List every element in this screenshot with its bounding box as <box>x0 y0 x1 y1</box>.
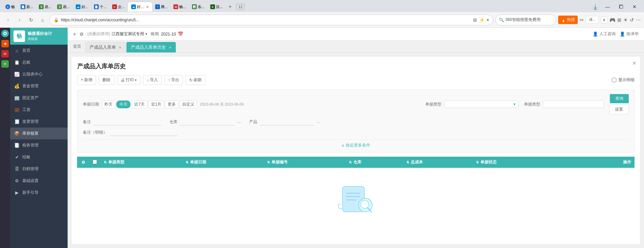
col-warehouse[interactable]: ⇅ 仓库 <box>345 157 403 168</box>
add-button-topbar[interactable]: + <box>73 31 76 37</box>
tab-10[interactable]: M 畅... <box>171 2 189 12</box>
hot-search-btn[interactable]: 🔥 热搜 <box>558 16 578 24</box>
display-toggle[interactable]: 显示明细 <box>612 77 635 83</box>
type-col-sort-icon: ⇅ <box>104 160 106 164</box>
tab-8-active[interactable]: ☁ 好... ✕ <box>128 2 152 12</box>
note-detail-input[interactable] <box>110 129 177 136</box>
more-btn[interactable]: 更多 <box>165 100 178 108</box>
tab-history-page[interactable]: 产成品入库单历史 ✕ <box>126 42 176 52</box>
sidebar-icon-3[interactable]: W <box>1 50 9 58</box>
calendar-icon[interactable]: 📅 <box>178 31 183 37</box>
print-btn[interactable]: 🖨 打印 ▾ <box>117 75 140 85</box>
settings-icon[interactable]: ⋯ <box>636 17 641 23</box>
translate-btn[interactable]: 译... <box>586 16 599 24</box>
col-type[interactable]: ⇅ 单据类型 <box>100 157 182 168</box>
sidebar-item-archive[interactable]: 🗄 归档管理 <box>10 163 68 175</box>
grid-icon[interactable]: ⊞ <box>617 17 621 23</box>
col-number[interactable]: ⇅ 单据编号 <box>264 157 345 168</box>
warehouse-more-icon[interactable]: ··· <box>237 119 241 125</box>
sidebar-item-report[interactable]: 📈 云报表中心 <box>10 68 68 80</box>
search-bar[interactable]: 🔍 360智能抠图免费用 <box>495 15 556 25</box>
note-input[interactable] <box>94 118 161 126</box>
new-tab-button[interactable]: + <box>226 2 234 12</box>
minimize-button[interactable]: — <box>601 2 614 12</box>
warehouse-input[interactable] <box>180 118 234 126</box>
maximize-button[interactable]: ⧠ <box>614 2 628 12</box>
collapse-btn[interactable]: ∧ 收起更多条件 <box>341 142 370 148</box>
scissors-icon[interactable]: ✂ <box>580 17 584 23</box>
tab-history-close[interactable]: ✕ <box>169 46 171 49</box>
col-status[interactable]: ⇅ 单据状态 <box>473 157 554 168</box>
sidebar-icon-2[interactable]: ★ <box>1 40 9 47</box>
tab-list-close[interactable]: ✕ <box>119 46 121 49</box>
yuan-btn[interactable]: ¥ <box>601 17 607 23</box>
settings-topbar-icon[interactable]: ⚙ <box>79 31 84 37</box>
sidebar-item-checkout[interactable]: ✔ 结账 <box>10 151 68 163</box>
month1-btn[interactable]: 近1月 <box>148 100 164 108</box>
refresh-btn[interactable]: ↻ 刷新 <box>186 75 206 85</box>
tab-5[interactable]: ☁ 好... <box>73 2 91 12</box>
page-tab-list[interactable]: 产成品入库单 ✕ 产成品入库单历史 ✕ <box>85 41 176 52</box>
tab-11[interactable]: 📊 各... <box>189 2 207 12</box>
col-gear[interactable]: ⚙ <box>77 157 89 168</box>
add-btn[interactable]: + 新增 <box>77 75 96 85</box>
sidebar-item-fund[interactable]: 💰 资金管理 <box>10 80 68 92</box>
select-all-checkbox[interactable] <box>93 160 97 164</box>
week7-btn[interactable]: 近7天 <box>132 100 147 108</box>
product-input[interactable] <box>260 118 314 126</box>
panel-close-btn[interactable]: ✕ <box>632 60 637 66</box>
tab-7[interactable]: C 企... <box>110 2 127 12</box>
sidebar-item-tax[interactable]: 📑 税务管理 <box>10 139 68 151</box>
back-button[interactable]: ‹ <box>3 15 13 25</box>
user-support-btn[interactable]: 👤 人工咨询 <box>593 31 616 37</box>
tab-close-8[interactable]: ✕ <box>146 5 149 9</box>
sidebar-icon-4[interactable]: ✉ <box>1 60 9 68</box>
url-bar[interactable]: 🔒 https://cloud.chanjet.com/accounting/u… <box>49 15 493 25</box>
game-icon[interactable]: 🎮 <box>610 17 615 23</box>
col-date[interactable]: ⇅ 单据日期 <box>182 157 264 168</box>
close-window-button[interactable]: ✕ <box>628 2 641 12</box>
sync-icon[interactable]: ↺ <box>630 17 634 23</box>
tab-6[interactable]: 📄 个... <box>91 2 109 12</box>
tab-1[interactable]: ● 畅 <box>3 2 18 12</box>
sidebar-item-home[interactable]: ⌂ 首页 <box>10 45 68 57</box>
sidebar-icon-1[interactable] <box>1 30 9 37</box>
query-btn[interactable]: 查询 <box>610 94 629 103</box>
tab-list-label: 产成品入库单 <box>90 44 116 50</box>
sidebar-item-invoice[interactable]: 🧾 发票管理 <box>10 116 68 128</box>
tab-4[interactable]: 📗 易... <box>54 2 72 12</box>
yesterday-btn[interactable]: 昨天 <box>102 100 115 108</box>
sidebar-item-ledger[interactable]: 📋 总账 <box>10 57 68 68</box>
tab-12[interactable]: S 目... <box>208 2 225 12</box>
forward-button[interactable]: › <box>15 15 24 25</box>
tab-9[interactable]: T 腾... <box>152 2 170 12</box>
import-btn[interactable]: ↓ 导入 <box>143 75 162 85</box>
display-checkbox[interactable] <box>612 78 616 82</box>
sidebar-item-fixed[interactable]: 🏢 固定资产 <box>10 92 68 104</box>
voucher-input[interactable] <box>543 100 604 108</box>
export-btn[interactable]: ↑ 导出 <box>164 75 183 85</box>
col-total-cost[interactable]: ⇅ 总成本 <box>403 157 473 168</box>
tab-3[interactable]: 📗 易... <box>36 2 54 12</box>
sidebar-item-guide[interactable]: ▶ 新手引导 <box>10 187 68 199</box>
theme-icon[interactable]: ☀ <box>623 17 628 23</box>
sidebar-item-inventory[interactable]: 📦 库存核算 <box>10 128 68 139</box>
dropdown-arrow-icon[interactable]: ▾ <box>487 18 489 22</box>
product-more-icon[interactable]: ··· <box>317 119 321 125</box>
user-profile[interactable]: 👤 徐泽华 <box>620 31 639 37</box>
company-selector[interactable]: (勿删勿禁用) 江西服宝测试专用 ▾ <box>87 31 147 37</box>
sidebar-item-basic[interactable]: ⚙ 基础设置 <box>10 175 68 187</box>
tab-list-page[interactable]: 产成品入库单 ✕ <box>85 42 126 52</box>
today-btn[interactable]: 今天 <box>116 100 130 108</box>
tab-2[interactable]: 📄 新... <box>18 2 36 12</box>
col-check[interactable] <box>89 157 100 168</box>
home-button[interactable]: ⌂ <box>38 15 47 25</box>
type-select[interactable]: ▾ <box>444 100 519 108</box>
delete-btn[interactable]: 删除 <box>99 75 114 85</box>
breadcrumb-home[interactable]: 首页 <box>70 41 84 52</box>
refresh-button[interactable]: ↻ <box>26 15 36 25</box>
custom-btn[interactable]: 自定义 <box>180 100 197 108</box>
sidebar-item-salary[interactable]: 💼 工资 <box>10 104 68 116</box>
sidebar-header[interactable]: 畅 畅捷通好会计 旗舰版 <box>10 28 68 45</box>
settings-filter-btn[interactable]: 设置 <box>609 105 629 114</box>
